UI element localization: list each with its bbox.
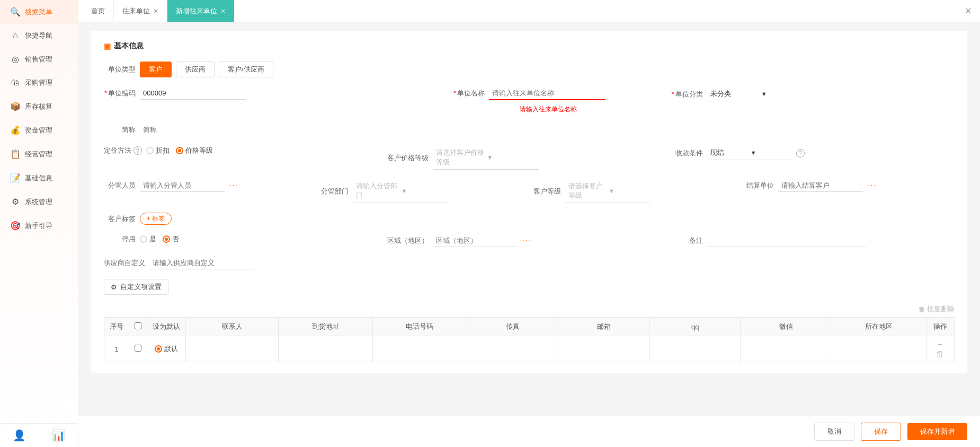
abbr-label: 简称 (104, 125, 136, 135)
abbr-row: 简称 (104, 124, 955, 136)
unit-code-label: *单位编码 (104, 89, 136, 98)
unit-type-row: 单位类型 客户 供应商 客户/供应商 (104, 62, 955, 77)
settlement-more-icon[interactable]: ··· (867, 181, 877, 190)
remark-field: 备注 (671, 234, 955, 247)
row-seq: 1 (104, 336, 129, 362)
row-delete-button[interactable]: 🗑 (936, 349, 944, 358)
disable-row: 停用 是 否 (104, 234, 955, 247)
search-icon: 🔍 (10, 7, 21, 17)
col-email: 邮箱 (558, 318, 650, 336)
disable-yes-option[interactable]: 是 (140, 234, 156, 244)
home-icon: ⌂ (10, 31, 21, 40)
sidebar-item-sales[interactable]: ◎ 销售管理 (0, 47, 78, 71)
payment-help-icon[interactable]: ? (796, 149, 805, 157)
unit-name-input[interactable] (489, 87, 605, 100)
row-wechat[interactable] (741, 336, 832, 362)
tab-new-partner[interactable]: 新增往来单位 ✕ (167, 0, 235, 22)
area-input[interactable] (433, 234, 518, 247)
contact-table: 序号 设为默认 联系人 到货地址 电话号码 传真 邮箱 qq 微信 所在地区 (104, 317, 955, 362)
sidebar-stats-btn[interactable]: 📊 (39, 424, 78, 447)
unit-name-label: *单位名称 (453, 89, 485, 98)
pricing-help-icon[interactable]: ? (133, 146, 142, 155)
sidebar-item-operations[interactable]: 📋 经营管理 (0, 142, 78, 166)
abbr-field: 简称 (104, 124, 955, 136)
pricing-discount-option[interactable]: 折扣 (146, 146, 170, 155)
customer-level-select[interactable]: 请选择客户等级 ▼ (565, 179, 650, 203)
row-contact[interactable] (186, 336, 279, 362)
level-radio-circle (176, 147, 183, 154)
unit-type-field: 单位类型 客户 供应商 客户/供应商 (104, 62, 955, 77)
sidebar-item-basic[interactable]: 📝 基础信息 (0, 166, 78, 190)
batch-delete-area: 🗑 批量删除 (104, 304, 955, 314)
tab-home[interactable]: 首页 (83, 0, 114, 22)
payment-terms-select[interactable]: 现结 ▼ (707, 146, 792, 160)
add-tag-button[interactable]: + 标签 (140, 213, 172, 225)
customer-price-select[interactable]: 请选择客户价格等级 ▼ (433, 146, 539, 170)
manager-input[interactable] (140, 179, 225, 192)
type-btn-customer[interactable]: 客户 (140, 62, 172, 77)
manager-field: 分管人员 ··· (104, 179, 317, 192)
row-email[interactable] (558, 336, 650, 362)
type-btn-both[interactable]: 客户/供应商 (219, 62, 273, 77)
tab-partner-list[interactable]: 往来单位 ✕ (114, 0, 167, 22)
main-area: 首页 往来单位 ✕ 新增往来单位 ✕ ✕ ▣ 基本信息 单位类型 客户 (78, 0, 980, 447)
row-add-button[interactable]: ＋ (936, 339, 944, 349)
sidebar-item-search[interactable]: 🔍 搜索菜单 (0, 0, 78, 24)
tabs-bar: 首页 往来单位 ✕ 新增往来单位 ✕ ✕ (78, 0, 980, 22)
chevron-down-icon: ▼ (402, 188, 445, 194)
dept-select[interactable]: 请输入分管部门 ▼ (353, 179, 448, 203)
type-btn-group: 客户 供应商 客户/供应商 (140, 62, 273, 77)
row-phone[interactable] (372, 336, 467, 362)
unit-code-input[interactable] (140, 87, 246, 100)
disable-no-option[interactable]: 否 (163, 234, 179, 244)
sidebar-user-btn[interactable]: 👤 (0, 424, 39, 447)
save-button[interactable]: 保存 (861, 423, 901, 441)
area-more-icon[interactable]: ··· (522, 236, 532, 246)
row-address[interactable] (279, 336, 373, 362)
sidebar-item-quick-nav[interactable]: ⌂ 快捷导航 (0, 24, 78, 47)
footer-bar: 取消 保存 保存并新增 (78, 416, 980, 447)
purchase-icon: 🛍 (10, 78, 21, 87)
tabs-close-all[interactable]: ✕ (960, 6, 976, 16)
basic-icon: 📝 (10, 173, 21, 183)
settings-button[interactable]: ⚙ 自定义项设置 (104, 279, 168, 295)
row-fax[interactable] (467, 336, 558, 362)
save-new-button[interactable]: 保存并新增 (907, 423, 967, 440)
tab-partner-list-close[interactable]: ✕ (153, 7, 158, 15)
content-area: ▣ 基本信息 单位类型 客户 供应商 客户/供应商 (78, 22, 980, 416)
sidebar-item-finance[interactable]: 💰 资金管理 (0, 118, 78, 142)
sidebar: 🔍 搜索菜单 ⌂ 快捷导航 ◎ 销售管理 🛍 采购管理 📦 库存核算 💰 资金管… (0, 0, 78, 447)
unit-category-select[interactable]: 未分类 ▼ (707, 87, 813, 101)
abbr-input[interactable] (140, 124, 246, 136)
sidebar-item-purchase[interactable]: 🛍 采购管理 (0, 71, 78, 94)
sidebar-item-guide[interactable]: 🎯 新手引导 (0, 214, 78, 238)
type-btn-supplier[interactable]: 供应商 (176, 62, 215, 77)
col-region: 所在地区 (832, 318, 926, 336)
cancel-button[interactable]: 取消 (814, 423, 854, 441)
pricing-level-option[interactable]: 价格等级 (176, 146, 213, 155)
pricing-label: 定价方法 ? (104, 146, 142, 155)
col-contact: 联系人 (186, 318, 279, 336)
supplier-custom-input[interactable] (149, 257, 255, 269)
settlement-input[interactable] (778, 179, 863, 192)
pricing-radio-group: 折扣 价格等级 (146, 146, 213, 155)
remark-input[interactable] (707, 234, 866, 247)
select-all-checkbox[interactable] (135, 322, 141, 329)
batch-delete-label[interactable]: 批量删除 (927, 304, 955, 314)
manager-more-icon[interactable]: ··· (229, 181, 239, 190)
tab-new-partner-close[interactable]: ✕ (220, 7, 226, 15)
finance-icon: 💰 (10, 125, 21, 135)
customer-price-field: 客户价格等级 请选择客户价格等级 ▼ (387, 146, 671, 170)
inventory-icon: 📦 (10, 101, 21, 111)
row-region[interactable] (832, 336, 926, 362)
row-qq[interactable] (650, 336, 741, 362)
sidebar-item-system[interactable]: ⚙ 系统管理 (0, 190, 78, 214)
sidebar-item-inventory[interactable]: 📦 库存核算 (0, 94, 78, 118)
sidebar-bottom: 👤 📊 (0, 423, 78, 447)
default-radio-item[interactable]: 默认 (153, 344, 180, 354)
payment-terms-label: 收款条件 (671, 148, 703, 158)
section-title: ▣ 基本信息 (104, 41, 955, 51)
row-select-checkbox[interactable] (135, 345, 141, 352)
manager-label: 分管人员 (104, 181, 136, 190)
col-qq: qq (650, 318, 741, 336)
